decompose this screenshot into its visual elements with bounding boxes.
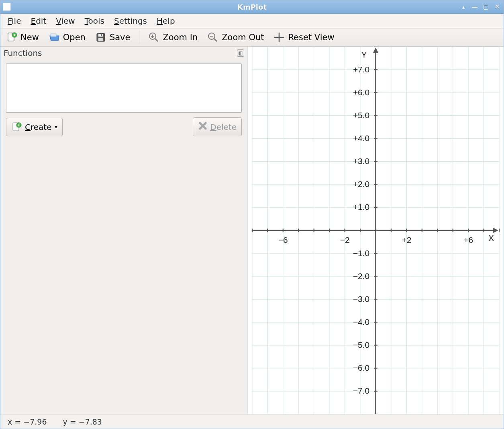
- delete-function-button[interactable]: Delete: [193, 117, 242, 136]
- create-function-button[interactable]: Create ▾: [6, 118, 63, 136]
- menu-tools[interactable]: Tools: [85, 16, 104, 26]
- zoom-out-button[interactable]: Zoom Out: [205, 31, 266, 44]
- titlebar: KmPlot ▴ — ▢ ✕: [0, 0, 504, 14]
- document-new-icon: [6, 32, 17, 43]
- reset-view-button[interactable]: Reset View: [271, 31, 337, 44]
- functions-panel-title: Functions: [4, 48, 42, 58]
- y-tick-label: +4.0: [353, 133, 369, 143]
- x-tick-label: +2: [402, 235, 412, 244]
- svg-line-12: [214, 39, 217, 41]
- y-tick-label: +2.0: [353, 179, 369, 189]
- y-tick-label: −3.0: [353, 294, 369, 304]
- new-label: New: [20, 33, 39, 42]
- window-title: KmPlot: [237, 3, 267, 11]
- y-tick-label: −6.0: [353, 363, 369, 372]
- menu-edit[interactable]: Edit: [31, 16, 46, 26]
- chevron-down-icon: ▾: [55, 124, 57, 130]
- status-x: x = −7.96: [8, 417, 47, 426]
- x-tick-label: −2: [340, 235, 350, 244]
- zoom-out-icon: [207, 32, 218, 43]
- menu-help[interactable]: Help: [157, 16, 175, 26]
- menu-settings[interactable]: Settings: [114, 16, 147, 26]
- y-tick-label: −5.0: [353, 340, 369, 349]
- y-tick-label: +3.0: [353, 156, 369, 166]
- x-tick-label: −6: [278, 235, 288, 244]
- svg-rect-6: [101, 34, 102, 36]
- window-maximize-button[interactable]: ▢: [482, 3, 490, 11]
- menubar: File Edit View Tools Settings Help: [0, 14, 504, 29]
- new-button[interactable]: New: [4, 31, 41, 44]
- status-y: y = −7.83: [63, 417, 102, 426]
- plot-area[interactable]: −6−2+2+6−7.0−6.0−5.0−4.0−3.0−2.0−1.0+1.0…: [248, 47, 504, 414]
- y-axis-label: Y: [361, 50, 367, 59]
- save-label: Save: [110, 33, 131, 42]
- open-button[interactable]: Open: [46, 31, 88, 44]
- open-label: Open: [63, 33, 86, 42]
- functions-panel: Functions ◧ Create ▾: [0, 47, 248, 414]
- add-document-icon: [11, 121, 22, 133]
- plot-canvas[interactable]: −6−2+2+6−7.0−6.0−5.0−4.0−3.0−2.0−1.0+1.0…: [248, 47, 504, 414]
- y-tick-label: −1.0: [353, 248, 369, 258]
- save-button[interactable]: Save: [93, 31, 133, 44]
- y-tick-label: +6.0: [353, 88, 369, 97]
- x-axis-label: X: [488, 233, 494, 242]
- statusbar: x = −7.96 y = −7.83: [0, 414, 504, 429]
- zoom-in-button[interactable]: Zoom In: [146, 31, 200, 44]
- main-area: Functions ◧ Create ▾: [0, 47, 504, 414]
- zoom-out-label: Zoom Out: [222, 33, 264, 42]
- panel-detach-button[interactable]: ◧: [237, 49, 244, 57]
- delete-icon: [198, 121, 208, 133]
- window-close-button[interactable]: ✕: [493, 3, 501, 11]
- window-controls: ▴ — ▢ ✕: [459, 3, 501, 11]
- app-window: KmPlot ▴ — ▢ ✕ File Edit View Tools Sett…: [0, 0, 504, 429]
- zoom-in-label: Zoom In: [163, 33, 198, 42]
- functions-panel-header: Functions ◧: [0, 47, 247, 60]
- svg-marker-53: [373, 47, 378, 53]
- x-tick-label: +6: [463, 235, 473, 244]
- window-arrow-icon[interactable]: ▴: [459, 3, 467, 11]
- reset-view-icon: [273, 32, 285, 43]
- menu-view[interactable]: View: [56, 16, 75, 26]
- reset-view-label: Reset View: [288, 33, 334, 42]
- svg-marker-52: [493, 228, 498, 233]
- app-icon: [3, 3, 11, 11]
- svg-rect-5: [98, 38, 103, 41]
- functions-panel-buttons: Create ▾ Delete: [0, 116, 247, 138]
- zoom-in-icon: [148, 32, 159, 43]
- y-tick-label: −2.0: [353, 271, 369, 281]
- svg-line-8: [155, 39, 158, 41]
- toolbar: New Open Save: [0, 29, 504, 47]
- save-icon: [95, 32, 106, 43]
- y-tick-label: −4.0: [353, 317, 369, 326]
- toolbar-separator: [139, 31, 139, 44]
- folder-open-icon: [49, 32, 60, 43]
- y-tick-label: +1.0: [353, 202, 369, 211]
- function-list[interactable]: [6, 64, 242, 113]
- y-tick-label: +5.0: [353, 111, 369, 120]
- y-tick-label: +7.0: [353, 65, 369, 74]
- y-tick-label: −7.0: [353, 386, 369, 395]
- menu-file[interactable]: File: [8, 16, 21, 26]
- svg-rect-2: [51, 34, 56, 37]
- window-minimize-button[interactable]: —: [471, 3, 479, 11]
